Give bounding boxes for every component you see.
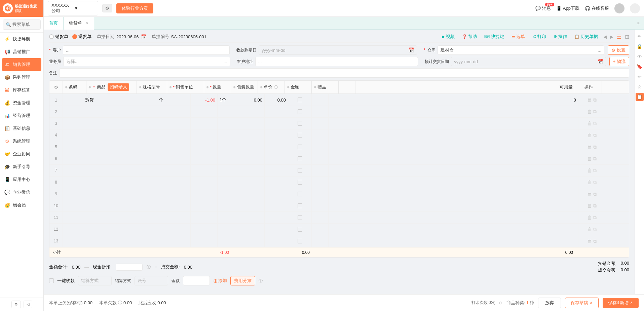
copy-btn[interactable]: ⧉ (593, 227, 597, 232)
topbar-settings-btn[interactable]: ⚙ (102, 4, 112, 12)
remark-input[interactable] (59, 68, 629, 78)
delete-btn[interactable]: 🗑 (587, 144, 592, 150)
gift-checkbox[interactable] (298, 203, 302, 208)
sidebar-item-marketing[interactable]: 📢 营销推广 (0, 45, 43, 58)
rt-bookmark-btn[interactable]: 🔖 (636, 63, 644, 71)
save-draft-button[interactable]: 保存草稿 ∧ (565, 298, 599, 308)
delete-btn[interactable]: 🗑 (587, 180, 592, 185)
discard-button[interactable]: 放弃 (538, 298, 561, 308)
delete-btn[interactable]: 🗑 (587, 203, 592, 208)
save-draft-dropdown-icon[interactable]: ∧ (590, 300, 593, 305)
user-avatar[interactable] (614, 3, 624, 13)
save-new-button[interactable]: 保存&新增 ∧ (603, 298, 639, 308)
row-qty-1[interactable]: -1.00 (191, 94, 218, 106)
sidebar-item-cooperation[interactable]: 🤝 企业协同 (0, 148, 43, 160)
sidebar-item-purchase[interactable]: 📦 采购管理 (0, 71, 43, 84)
shortcut-btn[interactable]: ⌨ 快捷键 (482, 33, 506, 40)
filter-btn[interactable]: ☰ 选单 (509, 33, 527, 40)
rt-edit-btn[interactable]: ✏ (636, 32, 644, 40)
sidebar-settings-btn[interactable]: ⚙ (11, 301, 21, 308)
next-record-icon[interactable]: ▶ (610, 34, 613, 39)
warehouse-input[interactable]: 建材仓 ... (438, 45, 604, 55)
payment-amount-input[interactable] (183, 276, 210, 285)
sidebar-item-inventory[interactable]: 🏛 库存核算 (0, 84, 43, 96)
gift-checkbox[interactable] (298, 133, 302, 138)
copy-btn[interactable]: ⧉ (593, 180, 597, 185)
row-amount-1[interactable]: 0.00 (265, 94, 288, 106)
prev-record-icon[interactable]: ◀ (603, 34, 607, 39)
app-download-btn[interactable]: 📱 App下载 (556, 5, 579, 11)
copy-btn[interactable]: ⧉ (593, 109, 597, 115)
scan-input-btn[interactable]: 扫码录入 (108, 83, 129, 91)
rt-active-btn[interactable]: 📋 (636, 93, 644, 101)
message-btn[interactable]: 💬 消息 99+ (535, 5, 551, 11)
close-window-icon[interactable]: × (637, 20, 640, 26)
row-unit-price-1[interactable]: 0.00 (241, 94, 265, 106)
expected-delivery-input[interactable]: yyyy-mm-dd 📅 (451, 57, 606, 66)
trial-button[interactable]: 体验行业方案 (116, 3, 153, 13)
copy-btn[interactable]: ⧉ (593, 215, 597, 221)
gift-checkbox[interactable] (298, 227, 302, 232)
gift-checkbox[interactable] (298, 121, 302, 126)
radio-return-order[interactable]: 退货单 (72, 34, 91, 40)
row-pack-qty-1[interactable]: 1个 (218, 94, 241, 106)
delete-btn[interactable]: 🗑 (587, 238, 592, 244)
account-number-input[interactable]: 账号 (135, 276, 168, 285)
rt-star-btn[interactable]: ☆ (636, 83, 644, 91)
gift-checkbox[interactable] (298, 156, 302, 161)
save-new-dropdown-icon[interactable]: ∧ (630, 300, 633, 305)
sidebar-item-quick-nav[interactable]: ⚡ 快捷导航 (0, 33, 43, 45)
delete-btn[interactable]: 🗑 (587, 132, 592, 138)
sidebar-item-basics[interactable]: 📋 基础信息 (0, 122, 43, 135)
copy-btn[interactable]: ⧉ (593, 144, 597, 150)
sidebar-item-appstore[interactable]: 📱 应用中心 (0, 173, 43, 186)
row-barcode-1[interactable] (63, 94, 83, 106)
gift-checkbox[interactable] (298, 168, 302, 173)
copy-btn-1[interactable]: ⧉ (593, 97, 597, 103)
sidebar-item-system[interactable]: ⚙ 系统管理 (0, 135, 43, 148)
payment-method-input[interactable]: 结算方式 (78, 276, 112, 285)
delete-btn[interactable]: 🗑 (587, 191, 592, 197)
sidebar-collapse-btn[interactable]: ◁ (24, 301, 32, 308)
delete-btn[interactable]: 🗑 (587, 121, 592, 126)
rt-pencil-btn[interactable]: ✏ (636, 73, 644, 81)
sidebar-item-member[interactable]: 👑 畅会员 (0, 199, 43, 211)
search-menu-button[interactable]: 🔍搜索菜单 (3, 20, 41, 30)
gift-checkbox[interactable] (298, 215, 302, 220)
gift-checkbox[interactable] (298, 109, 302, 114)
sidebar-item-guide[interactable]: 🎓 新手引导 (0, 160, 43, 173)
delete-btn[interactable]: 🗑 (587, 156, 592, 161)
help-circle-icon[interactable]: ⓘ (147, 264, 151, 270)
tab-close-icon[interactable]: × (86, 21, 88, 26)
delete-btn[interactable]: 🗑 (587, 109, 592, 114)
video-btn[interactable]: ▶ 视频 (440, 33, 457, 40)
user-settings-avatar[interactable] (630, 3, 640, 13)
add-payment-btn[interactable]: ⊕ 添加 (213, 278, 227, 284)
gift-checkbox[interactable] (298, 180, 302, 185)
one-click-payment-checkbox[interactable] (49, 278, 54, 283)
gift-checkbox[interactable] (298, 239, 302, 243)
list-view-icon[interactable]: ☰ (617, 34, 621, 40)
row-gift-1[interactable] (288, 94, 312, 106)
sidebar-item-sales[interactable]: 🏷 销售管理 (2, 58, 41, 71)
row-product-1[interactable]: 拆货 (83, 94, 130, 106)
print-btn[interactable]: 🖨 打印 (530, 33, 548, 40)
row-spec-1[interactable] (130, 94, 157, 106)
delete-btn-1[interactable]: 🗑 (587, 97, 592, 103)
rt-lock-btn[interactable]: 🔒 (636, 42, 644, 50)
customer-address-input[interactable]: ... (255, 57, 418, 66)
gift-checkbox-1[interactable] (298, 98, 302, 102)
sidebar-item-finance[interactable]: 💰 资金管理 (0, 96, 43, 109)
copy-btn[interactable]: ⧉ (593, 156, 597, 162)
gift-checkbox[interactable] (298, 145, 302, 149)
online-service-btn[interactable]: 🎧 在线客服 (585, 5, 609, 11)
expense-split-btn[interactable]: 费用分摊 (230, 276, 255, 285)
expense-help-icon[interactable]: ⓘ (259, 278, 263, 284)
customer-input[interactable]: ... (63, 45, 230, 55)
tab-home[interactable]: 首页 (44, 17, 64, 30)
delete-btn[interactable]: 🗑 (587, 215, 592, 220)
copy-btn[interactable]: ⧉ (593, 168, 597, 173)
th-settings[interactable]: ⚙ (49, 81, 63, 93)
delete-btn[interactable]: 🗑 (587, 227, 592, 232)
copy-btn[interactable]: ⧉ (593, 238, 597, 244)
